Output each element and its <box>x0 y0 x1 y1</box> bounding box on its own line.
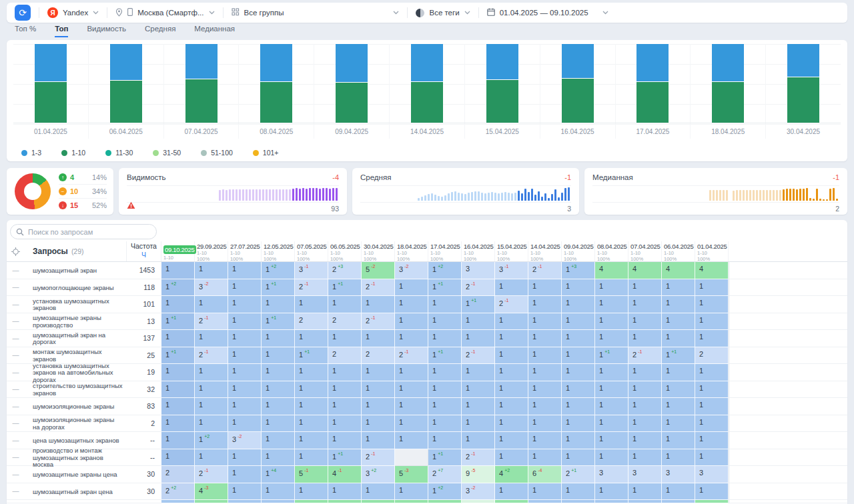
position-cell[interactable]: 1 <box>462 381 495 399</box>
date-column-header[interactable]: 06.05.20251-10100% <box>328 241 362 261</box>
date-column-header[interactable]: 15.04.20251-10100% <box>495 241 528 261</box>
position-cell[interactable]: 1 <box>495 381 528 399</box>
position-cell[interactable]: 1 <box>462 330 495 347</box>
position-cell[interactable]: 1 <box>628 279 662 297</box>
position-cell[interactable]: 1 <box>562 398 595 415</box>
position-cell[interactable]: 1 <box>328 330 362 347</box>
position-cell[interactable]: 1 <box>528 364 562 381</box>
position-cell[interactable]: 1 <box>528 279 562 297</box>
position-cell[interactable]: 1+1 <box>295 347 328 365</box>
date-column-header[interactable]: 16.04.20251-10100% <box>462 241 495 261</box>
date-column-header[interactable]: 09.10.20251-10100% <box>161 241 195 261</box>
position-cell[interactable]: 6-4 <box>528 466 562 483</box>
position-cell[interactable]: 1 <box>228 415 262 433</box>
position-cell[interactable]: 3-1 <box>295 262 328 279</box>
position-cell[interactable]: 2+7 <box>428 466 462 483</box>
position-cell[interactable]: 3-2 <box>395 262 428 279</box>
position-cell[interactable]: 2 <box>295 313 328 331</box>
position-cell[interactable]: 4 <box>662 262 695 279</box>
position-cell[interactable]: 1 <box>528 330 562 347</box>
position-cell[interactable]: 3-2 <box>228 432 262 449</box>
position-cell[interactable]: 3 <box>462 262 495 279</box>
position-cell[interactable]: 1 <box>262 415 295 433</box>
position-cell[interactable]: 1 <box>495 279 528 297</box>
position-cell[interactable]: 1 <box>428 313 462 331</box>
position-cell[interactable]: 1 <box>262 398 295 415</box>
position-cell[interactable]: 1 <box>595 398 628 415</box>
position-cell[interactable]: 1 <box>262 364 295 381</box>
position-cell[interactable]: 3+2 <box>362 466 395 483</box>
region-select[interactable]: Москва (Смартф... <box>115 8 214 18</box>
position-cell[interactable]: 1 <box>262 347 295 365</box>
position-cell[interactable]: 1 <box>395 415 428 433</box>
position-cell[interactable]: 2 <box>328 347 362 365</box>
position-cell[interactable]: 1 <box>295 483 328 501</box>
table-row[interactable]: —установка шумозащитных экранов на автом… <box>7 364 847 381</box>
position-cell[interactable]: 1 <box>195 381 228 399</box>
position-cell[interactable]: 4 <box>595 262 628 279</box>
date-column-header[interactable]: 08.04.20251-10100% <box>595 241 628 261</box>
position-cell[interactable]: 2-1 <box>195 313 228 331</box>
position-cell[interactable]: 1 <box>428 415 462 433</box>
position-cell[interactable]: 1 <box>428 398 462 415</box>
position-cell[interactable]: 1 <box>595 381 628 399</box>
app-logo[interactable]: ⟳ <box>15 5 31 21</box>
position-cell[interactable]: 1 <box>328 381 362 399</box>
date-column-header[interactable]: 07.05.20251-10100% <box>295 241 328 261</box>
position-cell[interactable]: 1 <box>395 279 428 297</box>
position-cell[interactable]: 1 <box>395 313 428 331</box>
row-toggle[interactable]: — <box>7 347 25 365</box>
table-row[interactable]: —строительство шумозащитных экранов32111… <box>7 381 847 399</box>
position-cell[interactable]: 3 <box>662 466 695 483</box>
position-cell[interactable]: 1+1 <box>428 449 462 467</box>
tab-топ[interactable]: Топ <box>55 25 68 37</box>
row-toggle[interactable]: — <box>7 432 25 449</box>
position-cell[interactable]: 5-3 <box>395 466 428 483</box>
stacked-bar[interactable] <box>35 44 67 123</box>
position-cell[interactable]: 1 <box>628 415 662 433</box>
position-cell[interactable]: 1+1 <box>595 347 628 365</box>
table-row[interactable]: —шумоизоляционные экраны на дорогах21111… <box>7 415 847 433</box>
position-cell[interactable]: 1 <box>362 398 395 415</box>
position-cell[interactable]: 1 <box>161 262 195 279</box>
position-cell[interactable]: 1 <box>595 364 628 381</box>
position-cell[interactable]: 1 <box>462 364 495 381</box>
groups-select[interactable]: Все группы <box>232 8 400 17</box>
position-cell[interactable]: 1 <box>228 364 262 381</box>
target-icon[interactable] <box>7 241 25 261</box>
tab-средняя[interactable]: Средняя <box>145 25 175 37</box>
table-row[interactable]: —монтаж шумозащитных экранов251+12-1111+… <box>7 347 847 365</box>
position-cell[interactable]: 1+2 <box>428 262 462 279</box>
date-column-header[interactable]: 14.04.20251-10100% <box>528 241 562 261</box>
date-column-header[interactable]: 17.04.20251-10100% <box>428 241 462 261</box>
date-column-header[interactable]: 30.04.20251-10100% <box>362 241 395 261</box>
position-cell[interactable]: 1 <box>562 313 595 331</box>
position-cell[interactable]: 1 <box>495 415 528 433</box>
position-cell[interactable]: 1 <box>662 313 695 331</box>
position-cell[interactable]: 1 <box>262 432 295 449</box>
position-cell[interactable]: 1 <box>628 313 662 331</box>
position-cell[interactable]: 1+2 <box>161 279 195 297</box>
position-cell[interactable]: 1 <box>462 398 495 415</box>
position-cell[interactable]: 1+1 <box>328 449 362 467</box>
position-cell[interactable]: 1 <box>595 296 628 313</box>
query-label[interactable]: шумозащитные экраны цена <box>25 466 127 483</box>
position-cell[interactable]: 2-1 <box>362 449 395 467</box>
position-cell[interactable]: 1 <box>328 364 362 381</box>
position-cell[interactable]: 9-5 <box>462 466 495 483</box>
position-cell[interactable]: 1 <box>428 330 462 347</box>
position-cell[interactable]: 3 <box>695 466 729 483</box>
position-cell[interactable]: 1 <box>161 381 195 399</box>
row-toggle[interactable]: — <box>7 483 25 501</box>
position-cell[interactable]: 1 <box>428 296 462 313</box>
position-cell[interactable]: 1 <box>428 364 462 381</box>
position-cell[interactable]: 1 <box>161 415 195 433</box>
position-cell[interactable]: 1 <box>228 279 262 297</box>
position-cell[interactable]: 1 <box>262 381 295 399</box>
position-cell[interactable]: 1 <box>662 398 695 415</box>
position-cell[interactable]: 1 <box>528 415 562 433</box>
position-cell[interactable]: 1 <box>628 483 662 501</box>
date-column-header[interactable]: 29.09.20251-10100% <box>195 241 228 261</box>
position-cell[interactable]: 1+4 <box>262 466 295 483</box>
table-row[interactable]: —шумоизоляционные экраны8311111111111111… <box>7 398 847 415</box>
